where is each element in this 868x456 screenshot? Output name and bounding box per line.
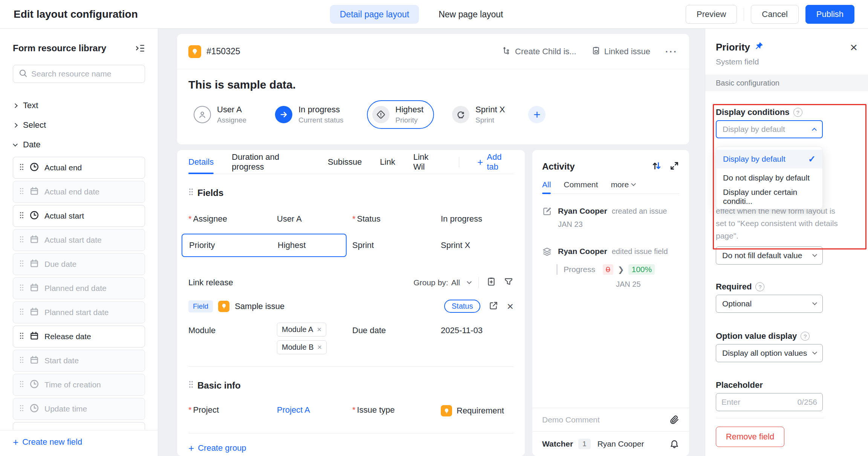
search-input[interactable]	[31, 69, 139, 78]
display-conditions-helper-text: effect when the new form layout is set t…	[716, 205, 840, 242]
tab-detail-page-layout[interactable]: Detail page layout	[330, 5, 419, 24]
field-item[interactable]: Actual end date	[13, 181, 145, 203]
priority-field-selected[interactable]: Priority Highest	[182, 234, 347, 257]
bell-icon[interactable]	[669, 439, 679, 449]
filter-release-icon[interactable]	[504, 277, 513, 288]
dropdown-option-display-by-default[interactable]: Display by default ✓	[716, 150, 822, 168]
resource-search[interactable]	[13, 65, 145, 83]
fields-section-header: Fields	[188, 188, 513, 198]
linked-issue-button[interactable]: Linked issue	[591, 46, 650, 57]
comment-input-row[interactable]: Demo Comment	[532, 408, 689, 431]
help-icon[interactable]: ?	[801, 332, 810, 341]
cancel-button[interactable]: Cancel	[751, 5, 798, 24]
sprint-chip[interactable]: Sprint XSprint	[447, 100, 515, 129]
more-icon[interactable]: ···	[665, 46, 678, 57]
calendar-icon	[29, 331, 39, 343]
field-item[interactable]: Actual end	[13, 157, 145, 179]
create-new-field-link[interactable]: +Create new field	[13, 437, 82, 447]
field-item[interactable]	[13, 422, 145, 430]
pin-icon[interactable]	[755, 41, 764, 53]
option-value-display-select[interactable]: Display all option values	[716, 344, 823, 362]
field-item[interactable]: Start date	[13, 350, 145, 372]
tree-group-text[interactable]: Text	[13, 96, 145, 115]
assignee-chip[interactable]: User AAssignee	[188, 100, 257, 129]
priority-icon	[372, 106, 390, 123]
drag-handle-icon[interactable]	[188, 188, 194, 198]
drag-handle-icon[interactable]	[188, 380, 194, 391]
toolbar-divider	[478, 277, 479, 288]
paperclip-icon[interactable]	[669, 415, 679, 425]
remove-linked-issue-icon[interactable]: ×	[507, 301, 513, 312]
layers-icon	[542, 247, 552, 258]
issue-type-field-label: Issue type	[352, 405, 441, 415]
add-release-icon[interactable]	[486, 277, 496, 288]
create-group-link[interactable]: +Create group	[188, 443, 246, 453]
calendar-icon	[29, 283, 39, 294]
dropdown-option-do-not-display[interactable]: Do not display by default	[716, 168, 822, 187]
tree-group-date[interactable]: Date	[13, 135, 145, 155]
close-panel-icon[interactable]: ×	[850, 41, 857, 54]
issue-preview-card: #150325 Create Child is... Linked issue …	[177, 34, 689, 144]
priority-field-label: Priority	[189, 240, 278, 250]
placeholder-input[interactable]	[721, 398, 785, 407]
plus-icon: +	[477, 157, 483, 167]
add-field-chip-button[interactable]: +	[528, 106, 546, 123]
module-chip[interactable]: Module A×	[277, 323, 326, 337]
sprint-field-value[interactable]: Sprint X	[441, 240, 470, 250]
issue-type-field-value[interactable]: Requirement	[441, 405, 513, 416]
due-date-field-value[interactable]: 2025-11-03	[441, 326, 513, 335]
help-icon[interactable]: ?	[755, 282, 764, 291]
assignee-field-value[interactable]: User A	[277, 214, 352, 224]
field-item[interactable]: Actual start date	[13, 229, 145, 251]
module-chip[interactable]: Module B×	[277, 340, 327, 354]
field-item[interactable]: Update time	[13, 398, 145, 420]
activity-tab-more[interactable]: more	[611, 176, 635, 194]
drag-handle-icon	[19, 380, 24, 390]
required-select[interactable]: Optional	[716, 295, 823, 313]
field-item[interactable]: Time of creation	[13, 374, 145, 396]
placeholder-input-wrap: 0/256	[716, 393, 823, 411]
help-icon[interactable]: ?	[793, 108, 802, 117]
tab-link[interactable]: Link	[380, 150, 395, 174]
remove-chip-icon[interactable]: ×	[317, 325, 321, 334]
field-item[interactable]: Planned start date	[13, 301, 145, 323]
remove-chip-icon[interactable]: ×	[318, 343, 322, 352]
collapse-panel-icon[interactable]	[135, 43, 145, 53]
tab-duration-and-progress[interactable]: Duration and progress	[232, 150, 310, 174]
status-field-value[interactable]: In progress	[441, 214, 513, 224]
activity-tab-all[interactable]: All	[542, 176, 551, 194]
project-field-value[interactable]: Project A	[277, 405, 352, 415]
tab-new-page-layout[interactable]: New page layout	[429, 5, 513, 24]
dropdown-option-display-under-conditions[interactable]: Display under certain conditi...	[716, 187, 822, 206]
preview-button[interactable]: Preview	[686, 5, 737, 24]
add-tab-button[interactable]: +Add tab	[477, 152, 513, 172]
open-in-new-icon[interactable]	[489, 301, 498, 312]
sort-order-icon[interactable]	[651, 161, 662, 173]
activity-tab-comment[interactable]: Comment	[564, 176, 598, 194]
field-item[interactable]: Planned end date	[13, 277, 145, 299]
status-chip[interactable]: In progressCurrent status	[270, 100, 354, 129]
display-conditions-label: Display conditions ?	[716, 107, 857, 117]
tree-group-select[interactable]: Select	[13, 115, 145, 135]
field-item[interactable]: Release date	[13, 326, 145, 347]
status-pill-button[interactable]: Status	[444, 300, 481, 313]
display-conditions-select[interactable]: Display by default	[716, 120, 823, 138]
chevron-down-icon	[812, 252, 817, 257]
field-item[interactable]: Due date	[13, 253, 145, 275]
tab-link-wil[interactable]: Link Wil	[413, 150, 441, 174]
priority-field-value: Highest	[278, 240, 346, 250]
tab-subissue[interactable]: Subissue	[328, 150, 362, 174]
remove-field-button[interactable]: Remove field	[716, 427, 784, 447]
field-item[interactable]: Actual start	[13, 205, 145, 227]
expand-panel-icon[interactable]	[669, 161, 679, 172]
tab-details[interactable]: Details	[188, 150, 214, 174]
header-actions: Preview Cancel Publish	[686, 5, 854, 24]
panel-divider	[716, 418, 824, 418]
priority-chip[interactable]: HighestPriority	[367, 100, 434, 129]
group-by-value[interactable]: All	[451, 278, 460, 287]
tree-branch-icon	[502, 46, 511, 57]
default-value-select[interactable]: Do not fill default value	[716, 246, 823, 265]
create-child-issue-button[interactable]: Create Child is...	[502, 46, 576, 57]
sample-issue-title[interactable]: Sample issue	[235, 301, 284, 311]
publish-button[interactable]: Publish	[805, 5, 854, 24]
